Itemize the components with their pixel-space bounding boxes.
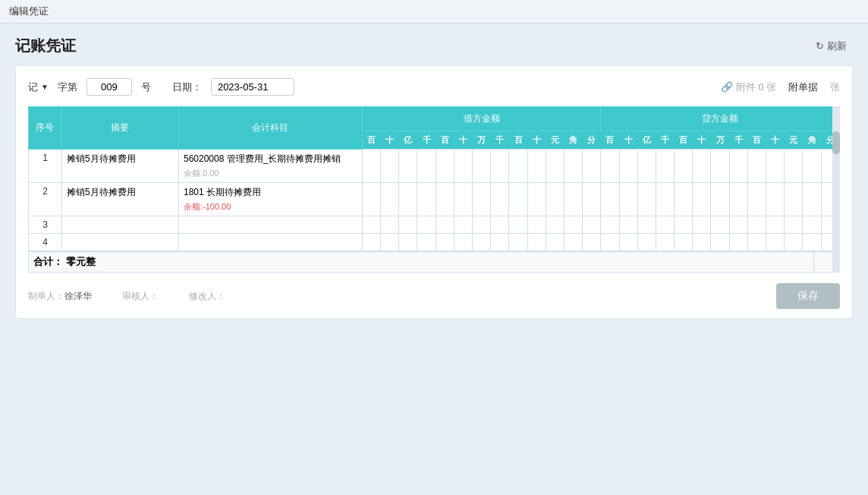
debit-digit-0[interactable] xyxy=(362,150,380,183)
credit-digit-7[interactable] xyxy=(729,216,747,234)
debit-digit-7[interactable] xyxy=(491,150,509,183)
debit-digit-9[interactable] xyxy=(527,150,546,183)
debit-digit-6[interactable] xyxy=(473,150,491,183)
credit-digit-9[interactable] xyxy=(766,234,785,251)
credit-digit-7[interactable] xyxy=(729,234,747,251)
credit-digit-11[interactable] xyxy=(803,234,821,251)
credit-digit-0[interactable] xyxy=(601,234,619,251)
debit-digit-11[interactable] xyxy=(564,234,582,251)
ji-dropdown-button[interactable]: ▼ xyxy=(41,83,49,91)
row-summary-4[interactable] xyxy=(61,234,178,251)
debit-digit-5[interactable] xyxy=(454,216,472,234)
debit-digit-2[interactable] xyxy=(399,234,417,251)
credit-digit-1[interactable] xyxy=(619,150,637,183)
debit-digit-12[interactable] xyxy=(583,183,601,216)
refresh-button[interactable]: ↻ 刷新 xyxy=(810,36,853,56)
debit-digit-12[interactable] xyxy=(583,216,601,234)
credit-digit-8[interactable] xyxy=(747,150,766,183)
debit-digit-0[interactable] xyxy=(362,234,380,251)
credit-digit-4[interactable] xyxy=(675,216,693,234)
credit-digit-9[interactable] xyxy=(766,216,785,234)
debit-digit-10[interactable] xyxy=(546,150,564,183)
debit-digit-2[interactable] xyxy=(399,183,417,216)
scroll-thumb[interactable] xyxy=(832,131,840,154)
row-summary-2[interactable]: 摊销5月待摊费用 xyxy=(61,183,178,216)
credit-digit-5[interactable] xyxy=(693,234,711,251)
credit-digit-3[interactable] xyxy=(656,183,674,216)
row-summary-1[interactable]: 摊销5月待摊费用 xyxy=(61,150,178,183)
scroll-track[interactable] xyxy=(832,106,840,273)
credit-digit-10[interactable] xyxy=(785,234,803,251)
credit-digit-0[interactable] xyxy=(601,183,619,216)
debit-digit-9[interactable] xyxy=(527,183,546,216)
debit-digit-0[interactable] xyxy=(362,183,380,216)
fudanju-button[interactable]: 附单据 xyxy=(788,80,818,94)
row-summary-3[interactable] xyxy=(61,216,178,234)
debit-digit-8[interactable] xyxy=(509,234,527,251)
date-input[interactable] xyxy=(211,78,294,96)
debit-digit-11[interactable] xyxy=(564,183,582,216)
credit-digit-6[interactable] xyxy=(711,234,729,251)
debit-digit-8[interactable] xyxy=(509,150,527,183)
credit-digit-6[interactable] xyxy=(711,183,729,216)
credit-digit-9[interactable] xyxy=(766,183,785,216)
row-account-1[interactable]: 56020008 管理费用_长期待摊费用摊销余额:0.00 xyxy=(178,150,362,183)
debit-digit-10[interactable] xyxy=(546,183,564,216)
credit-digit-10[interactable] xyxy=(785,150,803,183)
debit-digit-9[interactable] xyxy=(527,234,546,251)
credit-digit-4[interactable] xyxy=(675,183,693,216)
debit-digit-5[interactable] xyxy=(454,234,472,251)
debit-digit-2[interactable] xyxy=(399,216,417,234)
debit-digit-1[interactable] xyxy=(381,234,399,251)
credit-digit-5[interactable] xyxy=(693,183,711,216)
debit-digit-5[interactable] xyxy=(454,183,472,216)
credit-digit-11[interactable] xyxy=(803,150,821,183)
debit-digit-10[interactable] xyxy=(546,234,564,251)
debit-digit-9[interactable] xyxy=(527,216,546,234)
credit-digit-1[interactable] xyxy=(619,183,637,216)
debit-digit-4[interactable] xyxy=(436,183,454,216)
row-account-3[interactable] xyxy=(178,216,362,234)
credit-digit-11[interactable] xyxy=(803,216,821,234)
debit-digit-8[interactable] xyxy=(509,183,527,216)
save-button[interactable]: 保存 xyxy=(776,283,840,309)
debit-digit-3[interactable] xyxy=(417,216,436,234)
debit-digit-0[interactable] xyxy=(362,216,380,234)
debit-digit-5[interactable] xyxy=(454,150,472,183)
attachment-text[interactable]: 附件 0 张 xyxy=(736,80,776,94)
credit-digit-10[interactable] xyxy=(785,183,803,216)
debit-digit-3[interactable] xyxy=(417,183,436,216)
debit-digit-11[interactable] xyxy=(564,216,582,234)
debit-digit-4[interactable] xyxy=(436,150,454,183)
credit-digit-5[interactable] xyxy=(693,216,711,234)
debit-digit-12[interactable] xyxy=(583,234,601,251)
debit-digit-1[interactable] xyxy=(381,150,399,183)
debit-digit-6[interactable] xyxy=(473,234,491,251)
credit-digit-0[interactable] xyxy=(601,216,619,234)
credit-digit-6[interactable] xyxy=(711,150,729,183)
debit-digit-2[interactable] xyxy=(399,150,417,183)
credit-digit-11[interactable] xyxy=(803,183,821,216)
credit-digit-3[interactable] xyxy=(656,234,674,251)
debit-digit-4[interactable] xyxy=(436,234,454,251)
credit-digit-4[interactable] xyxy=(675,150,693,183)
debit-digit-12[interactable] xyxy=(583,150,601,183)
debit-digit-8[interactable] xyxy=(509,216,527,234)
credit-digit-9[interactable] xyxy=(766,150,785,183)
debit-digit-4[interactable] xyxy=(436,216,454,234)
credit-digit-1[interactable] xyxy=(619,216,637,234)
row-account-2[interactable]: 1801 长期待摊费用余额:-100.00 xyxy=(178,183,362,216)
debit-digit-6[interactable] xyxy=(473,216,491,234)
credit-digit-10[interactable] xyxy=(785,216,803,234)
debit-digit-7[interactable] xyxy=(491,234,509,251)
credit-digit-2[interactable] xyxy=(637,216,656,234)
credit-digit-8[interactable] xyxy=(747,183,766,216)
credit-digit-6[interactable] xyxy=(711,216,729,234)
credit-digit-1[interactable] xyxy=(619,234,637,251)
debit-digit-11[interactable] xyxy=(564,150,582,183)
credit-digit-2[interactable] xyxy=(637,183,656,216)
credit-digit-8[interactable] xyxy=(747,216,766,234)
credit-digit-2[interactable] xyxy=(637,150,656,183)
row-account-4[interactable] xyxy=(178,234,362,251)
credit-digit-3[interactable] xyxy=(656,150,674,183)
